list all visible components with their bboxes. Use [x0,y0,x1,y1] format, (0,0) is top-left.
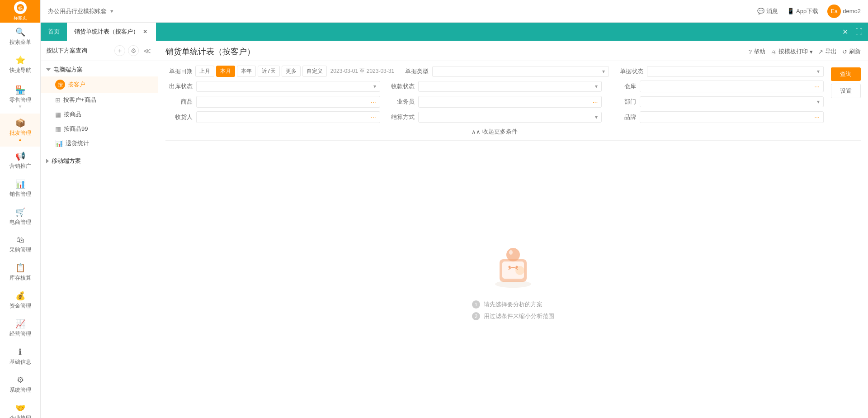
print-dropdown-icon: ▾ [810,48,813,55]
sidebar-item-sales[interactable]: 📊 销售管理 [0,175,41,203]
scheme-item-by-goods[interactable]: ▦ 按商品 [41,107,158,122]
tab-maximize-icon[interactable]: ⛶ [854,26,864,38]
avatar-text: Ea [831,8,838,14]
brand-dots-icon[interactable]: ··· [814,114,820,121]
sidebar-item-quick-nav[interactable]: ⭐ 快捷导航 [0,51,41,79]
wholesale-arrow-icon: ▲ [18,137,23,142]
sidebar-item-label: 资金管理 [9,302,31,310]
tabbar: 首页 销货单统计表（按客户） ✕ ✕ ⛶ [41,23,868,41]
retail-arrow-icon: ▼ [18,104,23,109]
receiver-dots-icon[interactable]: ··· [371,114,376,121]
template-print-button[interactable]: 🖨 按模板打印 ▾ [771,48,813,56]
sidebar-item-label: 系统管理 [9,386,31,394]
settlement-select[interactable]: ▾ [418,112,602,123]
tab-home[interactable]: 首页 [41,23,67,41]
export-button[interactable]: ↗ 导出 [818,48,837,56]
message-button[interactable]: 💬 消息 [757,7,778,15]
desktop-scheme-group-header[interactable]: 电脑端方案 [41,63,158,76]
sidebar-item-operations[interactable]: 📈 经营管理 [0,314,41,342]
add-scheme-button[interactable]: + [114,45,125,56]
brand-select[interactable]: ··· [640,111,824,123]
scheme-item-return-stat[interactable]: 📊 退货统计 [41,136,158,151]
tab-close-icon[interactable]: ✕ [142,28,149,35]
export-label: 导出 [825,48,837,56]
refresh-button[interactable]: ↺ 刷新 [842,48,861,56]
sidebar-item-marketing[interactable]: 📢 营销推广 [0,147,41,175]
user-menu[interactable]: Ea demo2 [827,5,861,18]
date-btn-more[interactable]: 更多 [282,66,301,77]
sidebar-item-basic-info[interactable]: ℹ 基础信息 [0,342,41,370]
logo-text: 标账页 [14,15,27,21]
date-btn-this-year[interactable]: 本年 [237,66,256,77]
sidebar-item-label: 企业协同 [9,414,31,418]
export-icon: ↗ [818,48,823,55]
sidebar-item-wholesale[interactable]: 📦 批发管理 ▲ [0,114,41,147]
topbar-title: 办公用品行业模拟账套 [48,7,107,15]
tab-close-window-icon[interactable]: ✕ [840,26,850,38]
tip-num-2: 2 [472,312,480,320]
receiver-select[interactable]: ··· [196,111,380,123]
sidebar-item-retail[interactable]: 🏪 零售管理 ▼ [0,81,41,114]
topbar-dropdown-icon[interactable]: ▾ [110,8,113,14]
collapse-more-button[interactable]: ∧∧ 收起更多条件 [165,125,824,138]
refresh-icon: ↺ [842,48,847,55]
sidebar-item-inventory[interactable]: 📋 库存核算 [0,258,41,286]
empty-tip-2: 2 用过滤条件来缩小分析范围 [472,312,554,320]
help-button[interactable]: ? 帮助 [749,48,765,56]
logo-icon: 畅 [14,1,27,14]
sidebar-item-purchase[interactable]: 🛍 采购管理 [0,231,41,258]
scheme-item-label: 按客户+商品 [63,96,96,104]
action-buttons: 查询 设置 [824,66,861,98]
sidebar-item-finance[interactable]: 💰 资金管理 [0,286,41,314]
salesperson-dots-icon[interactable]: ··· [593,98,598,105]
sidebar-item-system[interactable]: ⚙ 系统管理 [0,370,41,399]
app-download-button[interactable]: 📱 App下载 [787,7,818,15]
date-btn-last-7-days[interactable]: 近7天 [258,66,280,77]
date-btn-this-month[interactable]: 本月 [216,66,235,77]
app-download-icon: 📱 [787,8,794,14]
tip-text-2: 用过滤条件来缩小分析范围 [484,312,554,320]
receipt-status-select[interactable]: ▾ [418,81,602,92]
scheme-item-by-customer-goods[interactable]: ⊞ 按客户+商品 [41,93,158,107]
status-dropdown-icon: ▾ [817,68,820,75]
scheme-item-by-goods99[interactable]: ▦ 按商品99 [41,122,158,136]
app-download-label: App下载 [796,7,818,15]
scheme-table-icon: ▦ [55,111,61,118]
mobile-group-expand-icon [46,159,49,163]
refresh-label: 刷新 [849,48,861,56]
date-btn-last-month[interactable]: 上月 [195,66,214,77]
tab-sales-stat[interactable]: 销货单统计表（按客户） ✕ [67,23,156,41]
warehouse-dots-icon[interactable]: ··· [814,83,820,90]
collapse-panel-button[interactable]: ≪ [142,45,152,56]
salesperson-select[interactable]: ··· [418,96,602,108]
goods-select[interactable]: ··· [196,96,380,108]
scheme-item-by-customer[interactable]: 按 按客户 [41,76,158,93]
goods-dots-icon[interactable]: ··· [371,98,376,105]
settings-scheme-button[interactable]: ⚙ [128,45,139,56]
out-status-select[interactable]: ▾ [196,81,380,92]
settlement-filter: 结算方式 ▾ [387,112,602,123]
page-title: 销货单统计表（按客户） [165,46,255,57]
date-range-display: 2023-03-01 至 2023-03-31 [330,67,394,75]
message-label: 消息 [766,7,778,15]
sales-stat-tab-label: 销货单统计表（按客户） [74,28,139,36]
receipt-status-filter: 收款状态 ▾ [387,81,602,92]
mobile-scheme-group-header[interactable]: 移动端方案 [41,154,158,168]
status-select[interactable]: ▾ [647,66,824,77]
filter-row-1: 单据日期 上月 本月 本年 近7天 更多 自定义 2023-03-01 至 20… [165,66,824,77]
sidebar-item-ecommerce[interactable]: 🛒 电商管理 [0,203,41,231]
topbar-right: 💬 消息 📱 App下载 Ea demo2 [757,5,861,18]
department-select[interactable]: ▾ [640,96,824,107]
setting-button[interactable]: 设置 [831,84,861,98]
query-button[interactable]: 查询 [831,67,861,81]
date-btn-custom[interactable]: 自定义 [302,66,327,77]
svg-text:畅: 畅 [18,6,23,11]
type-label: 单据类型 [401,67,429,76]
sidebar-item-label: 基础信息 [9,358,31,366]
purchase-icon: 🛍 [16,235,24,245]
type-select[interactable]: ▾ [432,66,609,77]
sidebar-item-enterprise[interactable]: 🤝 企业协同 [0,399,41,418]
warehouse-select[interactable]: ··· [640,81,824,92]
scheme-item-label: 按商品99 [64,125,88,133]
sidebar-item-search[interactable]: 🔍 搜索菜单 [0,23,41,51]
